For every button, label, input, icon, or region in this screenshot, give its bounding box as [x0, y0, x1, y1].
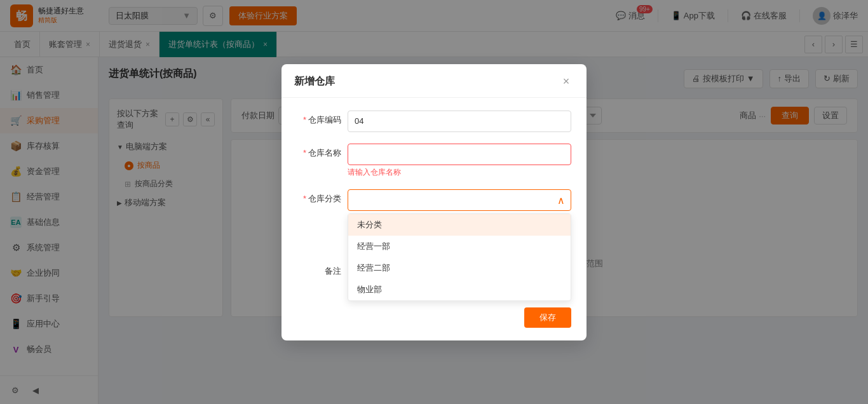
- category-dropdown: 未分类 经营一部 经营二部 物业部: [348, 213, 571, 301]
- form-row-name: 仓库名称 请输入仓库名称: [297, 144, 571, 178]
- dropdown-item-ops2-label: 经营二部: [357, 263, 390, 273]
- new-warehouse-modal: 新增仓库 × 仓库编码 仓库名称 请输入仓库名称 仓库分类: [281, 64, 587, 340]
- chevron-up-icon[interactable]: ∧: [557, 194, 565, 206]
- category-input[interactable]: [348, 189, 571, 211]
- dropdown-item-ops1[interactable]: 经营一部: [348, 236, 571, 257]
- dropdown-item-uncategorized-label: 未分类: [357, 220, 382, 229]
- category-input-wrapper: ∧: [348, 189, 571, 211]
- note-label: 备注: [297, 262, 341, 277]
- modal-overlay[interactable]: 新增仓库 × 仓库编码 仓库名称 请输入仓库名称 仓库分类: [0, 0, 868, 404]
- dropdown-item-ops1-label: 经营一部: [357, 241, 390, 251]
- code-input[interactable]: [348, 111, 571, 132]
- code-label: 仓库编码: [297, 111, 341, 126]
- dropdown-item-property[interactable]: 物业部: [348, 279, 571, 300]
- name-label: 仓库名称: [297, 144, 341, 159]
- form-row-category: 仓库分类 ∧ 未分类 经营一部: [297, 189, 571, 211]
- modal-footer: 保存: [281, 307, 587, 328]
- name-input[interactable]: [348, 144, 571, 165]
- save-button[interactable]: 保存: [524, 307, 571, 328]
- dropdown-item-uncategorized[interactable]: 未分类: [348, 214, 571, 236]
- category-label: 仓库分类: [297, 189, 341, 205]
- modal-title: 新增仓库: [294, 75, 335, 88]
- category-field: ∧ 未分类 经营一部 经营二部 物业部: [348, 189, 571, 211]
- modal-header: 新增仓库 ×: [281, 64, 587, 98]
- dropdown-item-ops2[interactable]: 经营二部: [348, 257, 571, 279]
- code-field: [348, 111, 571, 132]
- modal-close-button[interactable]: ×: [559, 74, 574, 90]
- modal-body: 仓库编码 仓库名称 请输入仓库名称 仓库分类 ∧: [281, 98, 587, 307]
- name-field: 请输入仓库名称: [348, 144, 571, 178]
- name-error-msg: 请输入仓库名称: [348, 167, 571, 178]
- dropdown-item-property-label: 物业部: [357, 285, 382, 294]
- form-row-code: 仓库编码: [297, 111, 571, 132]
